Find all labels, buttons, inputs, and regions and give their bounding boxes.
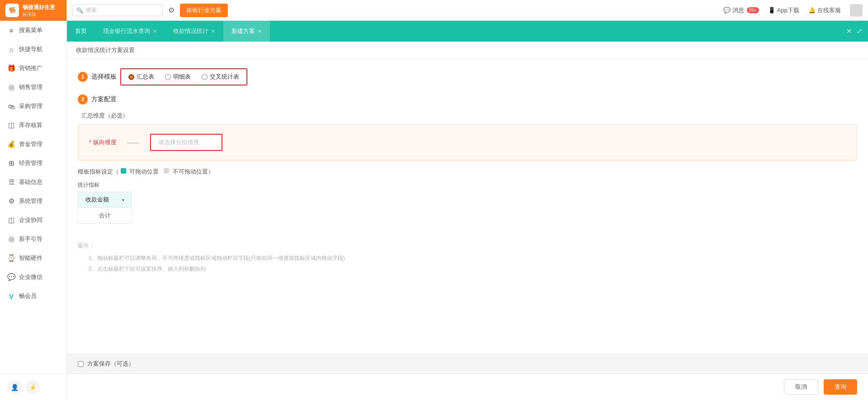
- tab-close-new-plan[interactable]: ✕: [258, 28, 262, 34]
- arrow-symbol: ——: [127, 139, 139, 146]
- radio-detail[interactable]: 明细表: [165, 73, 191, 81]
- logo-icon: 畅: [5, 4, 19, 17]
- message-icon: 💬: [723, 7, 731, 14]
- radio-cross[interactable]: 交叉统计表: [202, 73, 239, 81]
- stats-label: 统计指标: [78, 181, 857, 189]
- inventory-icon: ◫: [7, 121, 15, 129]
- main-area: 🔍 搜索 ⚙ 体验行业方案 💬 消息 99+ 📱 App下载 🔔 在线客服 首页: [67, 0, 868, 400]
- online-service-item[interactable]: 🔔 在线客服: [808, 6, 841, 14]
- app-download-item[interactable]: 📱 App下载: [768, 6, 799, 14]
- tab-close-receipts[interactable]: ✕: [211, 28, 215, 34]
- non-draggable-dot: [164, 168, 169, 174]
- sidebar-item-operations[interactable]: ⊞ 经营管理: [0, 154, 66, 173]
- radio-cross-label: 交叉统计表: [210, 73, 239, 81]
- tab-close-bank-flow[interactable]: ✕: [153, 28, 157, 34]
- tip2: 2、点击标题栏下拉可设置排序、插入列和删除列: [89, 264, 857, 274]
- action-bar: 取消 查询: [67, 373, 868, 400]
- metric-settings-title: 模板指标设定（ 可拖动位置 不可拖动位置）: [78, 168, 214, 176]
- save-label[interactable]: 方案保存（可选）: [87, 360, 134, 368]
- draggable-label: 可拖动位置: [129, 168, 159, 175]
- search-placeholder: 搜索: [86, 6, 97, 14]
- tips-section: 提示： 1、拖动标题栏可以调整布局，不可跨维度或指标区域拖动栏目字段(只能在同一…: [78, 235, 857, 280]
- dimension-title: 汇总维度（必选）: [81, 112, 857, 120]
- radio-detail-input[interactable]: [165, 74, 171, 80]
- logo-version: 标准版: [23, 11, 55, 18]
- sidebar-item-sales[interactable]: ◎ 销售管理: [0, 78, 66, 97]
- sidebar-item-quick-nav[interactable]: ⌂ 快捷导航: [0, 40, 66, 59]
- messages-label: 消息: [732, 6, 744, 14]
- section1-number: 1: [78, 72, 88, 82]
- sidebar-item-search-menu[interactable]: ≡ 搜索菜单: [0, 21, 66, 40]
- sidebar-item-purchase[interactable]: 🛍 采购管理: [0, 97, 66, 116]
- online-service-label: 在线客服: [817, 6, 841, 14]
- dimension-selector[interactable]: 请选择分组维度: [150, 134, 222, 151]
- wechat-icon: 💬: [7, 273, 15, 281]
- tab-home[interactable]: 首页: [67, 21, 95, 42]
- draggable-dot: [121, 168, 126, 174]
- finance-icon: 💰: [7, 140, 15, 148]
- section2-title: 方案配置: [91, 95, 117, 104]
- form-container: 1 选择模板 汇总表 明细表 交叉统计表: [67, 59, 868, 354]
- sidebar-item-member[interactable]: V 畅会员: [0, 287, 66, 306]
- tip1: 1、拖动标题栏可以调整布局，不可跨维度或指标区域拖动栏目字段(只能在同一维度或指…: [89, 253, 857, 264]
- sidebar: 畅 畅捷通好生意 标准版 ≡ 搜索菜单 ⌂ 快捷导航 🎁 营销推广 ◎ 销售管理…: [0, 0, 67, 400]
- radio-cross-input[interactable]: [202, 74, 208, 80]
- search-menu-icon: ≡: [7, 27, 15, 34]
- messages-item[interactable]: 💬 消息 99+: [723, 6, 759, 14]
- app-download-label: App下载: [777, 6, 799, 14]
- maximize-icon[interactable]: ⤢: [857, 27, 863, 35]
- template-options-box: 汇总表 明细表 交叉统计表: [120, 68, 247, 85]
- sidebar-bottom-btn1[interactable]: 👤: [7, 380, 22, 395]
- dimension-area: * 纵向维度 —— 请选择分组维度: [78, 124, 857, 160]
- sidebar-item-marketing[interactable]: 🎁 营销推广: [0, 59, 66, 78]
- system-icon: ⚙: [7, 197, 15, 205]
- content-area: 收款情况统计方案设置 1 选择模板 汇总表 明细表: [67, 42, 868, 400]
- cancel-button[interactable]: 取消: [784, 379, 818, 395]
- metric-table-cell: 合计: [78, 208, 132, 223]
- enterprise-icon: ◫: [7, 216, 15, 224]
- tab-bank-flow[interactable]: 现金银行流水查询 ✕: [95, 21, 165, 42]
- search-icon: 🔍: [76, 7, 83, 14]
- sidebar-bottom-btn2[interactable]: ⚡: [25, 380, 40, 395]
- topbar-search-box[interactable]: 🔍 搜索: [72, 4, 163, 16]
- settings-icon[interactable]: ⚙: [166, 4, 176, 16]
- section2: 2 方案配置 汇总维度（必选） * 纵向维度 —— 请选择分组维度 模板指标设定…: [78, 94, 857, 280]
- radio-summary-label: 汇总表: [137, 73, 154, 81]
- metric-settings-header: 模板指标设定（ 可拖动位置 不可拖动位置）: [78, 168, 857, 176]
- marketing-icon: 🎁: [7, 64, 15, 72]
- radio-detail-label: 明细表: [173, 73, 191, 81]
- radio-summary-input[interactable]: [128, 74, 134, 80]
- metric-table-header: 收款金额 ▾: [78, 192, 132, 208]
- sidebar-item-basic-info[interactable]: ☰ 基础信息: [0, 173, 66, 192]
- tab-new-plan[interactable]: 新建方案 ✕: [223, 21, 270, 42]
- section1-title: 选择模板: [91, 73, 117, 81]
- chevron-down-icon[interactable]: ▾: [122, 198, 124, 202]
- member-icon: V: [7, 292, 15, 300]
- close-window-icon[interactable]: ✕: [846, 27, 852, 35]
- sidebar-item-system[interactable]: ⚙ 系统管理: [0, 192, 66, 211]
- mobile-icon: 📱: [768, 7, 775, 14]
- metric-settings: 模板指标设定（ 可拖动位置 不可拖动位置） 统计指标 收款金额 ▾: [78, 168, 857, 224]
- logo-text-group: 畅捷通好生意 标准版: [23, 4, 55, 18]
- service-icon: 🔔: [808, 7, 816, 14]
- sidebar-item-hardware[interactable]: ⌚ 智能硬件: [0, 249, 66, 268]
- sidebar-bottom: 👤 ⚡: [0, 374, 66, 400]
- sidebar-item-wechat[interactable]: 💬 企业微信: [0, 268, 66, 287]
- messages-badge: 99+: [747, 7, 759, 13]
- section2-header: 2 方案配置: [78, 94, 857, 104]
- sidebar-item-inventory[interactable]: ◫ 库存核算: [0, 116, 66, 135]
- query-button[interactable]: 查询: [824, 379, 857, 395]
- tab-receipts[interactable]: 收款情况统计 ✕: [165, 21, 223, 42]
- section2-number: 2: [78, 94, 88, 104]
- nav-tabs: 首页 现金银行流水查询 ✕ 收款情况统计 ✕ 新建方案 ✕ ✕ ⤢: [67, 21, 868, 42]
- trial-btn[interactable]: 体验行业方案: [180, 4, 228, 17]
- home-icon: ⌂: [7, 46, 15, 53]
- sidebar-item-enterprise[interactable]: ◫ 企业协同: [0, 211, 66, 230]
- sidebar-item-guide[interactable]: ◎ 新手引导: [0, 230, 66, 249]
- user-avatar[interactable]: [850, 4, 863, 17]
- guide-icon: ◎: [7, 235, 15, 243]
- sidebar-item-finance[interactable]: 💰 资金管理: [0, 135, 66, 154]
- save-checkbox[interactable]: [78, 361, 84, 367]
- tip-label: 提示：: [78, 240, 857, 251]
- radio-summary[interactable]: 汇总表: [128, 73, 154, 81]
